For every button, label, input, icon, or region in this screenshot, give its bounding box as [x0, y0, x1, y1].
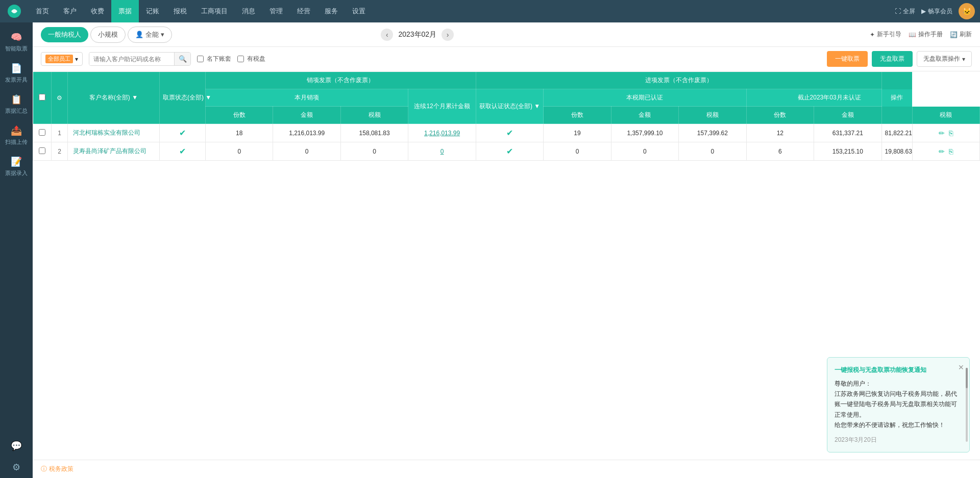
nav-business[interactable]: 工商项目 — [194, 0, 235, 22]
nav-manage[interactable]: 管理 — [262, 0, 290, 22]
copy-icon[interactable]: ⎘ — [949, 147, 953, 156]
chevron-down-icon: ▾ — [962, 56, 965, 63]
tab-small-scale[interactable]: 小规模 — [90, 27, 126, 43]
row-checkbox[interactable] — [39, 129, 45, 136]
prev-month-btn[interactable]: ‹ — [381, 29, 393, 41]
nav-invoice[interactable]: 票据 — [111, 0, 139, 22]
th-sales-month: 本月销项 — [206, 89, 408, 107]
row-company[interactable]: 河北柯瑞栋实业有限公司 — [68, 124, 160, 142]
search-button[interactable]: 🔍 — [174, 53, 191, 65]
notification-apology: 给您带来的不便请谅解，祝您工作愉快！ — [835, 420, 962, 430]
edit-icon[interactable]: ✏ — [939, 129, 945, 137]
copy-icon[interactable]: ⎘ — [949, 129, 953, 137]
th-purchase-period: 本税期已认证 — [544, 89, 746, 107]
checkbox-taxdisk[interactable]: 有税盘 — [237, 55, 265, 63]
row-checkbox-cell — [33, 124, 52, 142]
invoice-entry-icon: 📝 — [11, 156, 22, 167]
row-sales-se: 158,081.83 — [340, 124, 408, 142]
refresh-btn[interactable]: 🔄 刷新 — [950, 30, 972, 39]
search-input[interactable] — [89, 53, 174, 65]
wupan-qupiao-btn[interactable]: 无盘取票 — [872, 51, 913, 67]
tab-all[interactable]: 👤 全能 ▾ — [128, 27, 172, 43]
date-nav: ‹ 2023年02月 › — [381, 29, 454, 41]
employee-select[interactable]: 全部员工 ▾ — [41, 52, 83, 66]
nav-fee[interactable]: 收费 — [84, 0, 111, 22]
sidebar-item-invoice-summary[interactable]: 📋 票据汇总 — [0, 89, 33, 120]
th-purchase-fen: 份数 — [544, 107, 611, 124]
nav-customer[interactable]: 客户 — [56, 0, 84, 22]
sidebar-item-invoice-entry[interactable]: 📝 票据录入 — [0, 151, 33, 182]
checkbox-account[interactable]: 名下账套 — [197, 55, 231, 63]
guide-icon: ✦ — [870, 31, 875, 38]
row-purchase-je: 1,357,999.10 — [611, 124, 678, 142]
row-status: ✔ — [160, 124, 206, 142]
sidebar-item-invoice-open[interactable]: 📄 发票开具 — [0, 58, 33, 89]
nav-service[interactable]: 服务 — [317, 0, 345, 22]
row-purchase-se: 0 — [679, 142, 746, 161]
sidebar-item-scan-upload[interactable]: 📤 扫描上传 — [0, 120, 33, 151]
person-icon: 👤 — [135, 31, 143, 38]
nav-operation[interactable]: 经营 — [290, 0, 317, 22]
sidebar-bottom: 💬 ⚙ — [0, 435, 33, 478]
th-sales-se: 税额 — [340, 107, 408, 124]
avatar[interactable]: 🐱 — [959, 3, 975, 19]
settings-icon: ⚙ — [12, 462, 20, 473]
account-checkbox[interactable] — [197, 56, 204, 62]
th-unconfirm-se: 税额 — [912, 107, 979, 124]
manual-btn[interactable]: 📖 操作手册 — [909, 30, 943, 39]
member-icon: ▶ — [921, 8, 926, 15]
nav-items: 首页 客户 收费 票据 记账 报税 工商项目 消息 管理 经营 服务 设置 — [29, 0, 895, 22]
sidebar-item-smart-fetch[interactable]: 🧠 智能取票 — [0, 27, 33, 58]
nav-bookkeeping[interactable]: 记账 — [139, 0, 166, 22]
yijian-qupiao-btn[interactable]: 一键取票 — [827, 51, 868, 67]
member-btn[interactable]: ▶ 畅享会员 — [921, 7, 952, 16]
nav-home[interactable]: 首页 — [29, 0, 56, 22]
refresh-icon: 🔄 — [950, 31, 958, 38]
next-month-btn[interactable]: › — [442, 29, 454, 41]
edit-icon[interactable]: ✏ — [939, 147, 945, 156]
tax-policy-link[interactable]: ⓘ 税务政策 — [41, 465, 74, 473]
sidebar-item-chat[interactable]: 💬 — [0, 435, 33, 457]
row-unconfirm-se: 81,822.21 — [881, 124, 912, 142]
row-unconfirm-je: 153,215.10 — [814, 142, 881, 161]
row-sales-lx[interactable]: 0 — [408, 142, 476, 161]
employee-tag: 全部员工 — [45, 55, 73, 63]
th-sales-group: 销项发票（不含作废票） — [206, 72, 476, 89]
tab-general-taxpayer[interactable]: 一般纳税人 — [41, 27, 88, 42]
wupan-ops-btn[interactable]: 无盘取票操作 ▾ — [917, 51, 972, 67]
row-sales-se: 0 — [340, 142, 408, 161]
row-sales-je: 0 — [273, 142, 340, 161]
sidebar-item-settings[interactable]: ⚙ — [0, 457, 33, 478]
tabs-right: ✦ 新手引导 📖 操作手册 🔄 刷新 — [870, 30, 972, 39]
th-settings: ⚙ — [52, 72, 68, 124]
row-checkbox-cell — [33, 142, 52, 161]
row-unconfirm-se: 19,808.63 — [881, 142, 912, 161]
th-checkbox — [33, 72, 52, 124]
nav-settings[interactable]: 设置 — [345, 0, 373, 22]
row-sales-lx[interactable]: 1,216,013.99 — [408, 124, 476, 142]
guide-btn[interactable]: ✦ 新手引导 — [870, 30, 901, 39]
th-sales-je: 金额 — [273, 107, 340, 124]
nav-message[interactable]: 消息 — [235, 0, 262, 22]
row-company[interactable]: 灵寿县尚泽矿产品有限公司 — [68, 142, 160, 161]
th-sales-lx: 连续12个月累计金额 — [408, 89, 476, 124]
fullscreen-btn[interactable]: ⛶ 全屏 — [895, 7, 915, 16]
select-all-checkbox[interactable] — [39, 94, 45, 100]
th-purchase-unconfirm: 截止2023年03月未认证 — [746, 89, 912, 107]
info-icon: ⓘ — [41, 465, 47, 473]
th-unconfirm-fen: 份数 — [746, 107, 814, 124]
row-purchase-je: 0 — [611, 142, 678, 161]
row-checkbox[interactable] — [39, 147, 45, 154]
notification-salutation: 尊敬的用户： — [835, 379, 962, 389]
filter-bar: 全部员工 ▾ 🔍 名下账套 有税盘 一键取票 无盘取票 无盘取票操作 ▾ — [33, 47, 980, 71]
th-get-status: 获取认证状态(全部) ▼ — [476, 89, 543, 124]
row-sales-fen: 18 — [206, 124, 273, 142]
taxdisk-checkbox[interactable] — [237, 56, 244, 62]
row-actions: ✏ ⎘ — [912, 142, 979, 161]
invoice-open-icon: 📄 — [11, 63, 22, 74]
nav-tax[interactable]: 报税 — [166, 0, 194, 22]
filter-actions: 一键取票 无盘取票 无盘取票操作 ▾ — [827, 51, 972, 67]
notification-close-btn[interactable]: ✕ — [958, 362, 964, 374]
scrollbar[interactable] — [966, 368, 968, 442]
row-unconfirm-fen: 6 — [746, 142, 814, 161]
